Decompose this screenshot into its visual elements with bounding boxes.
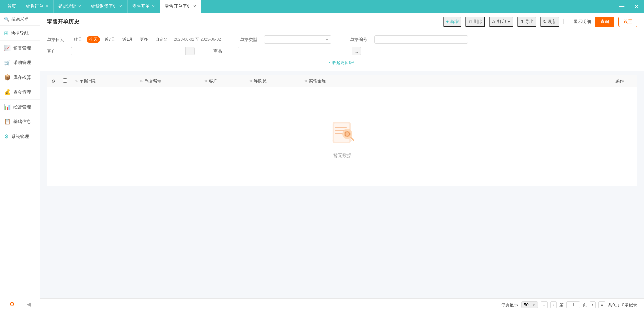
add-button[interactable]: + 新增 — [443, 17, 461, 27]
sort-icon[interactable]: ⇅ — [304, 79, 307, 83]
refresh-button[interactable]: ↻ 刷新 — [540, 17, 559, 27]
minimize-btn[interactable]: — — [619, 3, 624, 10]
window-controls: — □ ✕ — [616, 3, 641, 10]
query-button[interactable]: 查询 — [595, 17, 614, 27]
empty-illustration — [326, 114, 359, 147]
col-amount: ⇅ 实销金额 — [301, 75, 602, 87]
close-icon[interactable]: ✕ — [152, 4, 155, 9]
sidebar-item-quick-nav[interactable]: ⊞ 快捷导航 — [0, 26, 40, 41]
chevron-up-icon: ∧ — [328, 61, 331, 65]
collapse-sidebar-icon[interactable]: ◀ — [27, 301, 31, 307]
last-page-btn[interactable]: » — [598, 301, 605, 308]
collapse-bar[interactable]: ∧ 收起更多条件 — [47, 59, 637, 67]
page-suffix: 页 — [583, 302, 587, 308]
empty-text: 暂无数据 — [333, 153, 352, 159]
sidebar-item-system[interactable]: ⚙ 系统管理 — [0, 129, 40, 144]
goods-input[interactable] — [238, 47, 352, 55]
divider — [563, 19, 564, 24]
tab-return[interactable]: 销货退货 ✕ — [54, 0, 86, 13]
bill-no-input[interactable] — [374, 35, 468, 44]
sidebar-item-management[interactable]: 📊 经营管理 — [0, 100, 40, 114]
sidebar-search[interactable]: 🔍 搜索采单 — [0, 13, 40, 26]
date-yesterday[interactable]: 昨天 — [71, 36, 85, 43]
col-check[interactable] — [59, 75, 71, 87]
cart-icon: 🛒 — [4, 59, 11, 66]
customer-ellipsis-btn[interactable]: ... — [185, 47, 195, 55]
tab-retail-history[interactable]: 零售开单历史 ✕ — [160, 0, 201, 13]
date-range-display: 2023-06-02 至 2023-06-02 — [174, 37, 221, 42]
tab-sales-order[interactable]: 销售订单 ✕ — [21, 0, 54, 13]
table-area: ⚙ ⇅ 单据日期 ⇅ — [40, 71, 644, 298]
sidebar-item-finance[interactable]: 💰 资金管理 — [0, 85, 40, 100]
page-label: 第 — [559, 302, 564, 308]
goods-input-group: ... — [238, 47, 361, 55]
chart-icon: 📈 — [4, 45, 11, 51]
toolbar: + 新增 🗑 删除 🖨 打印 ▼ ⬆ 导出 ↻ 刷新 显 — [443, 17, 637, 27]
bill-type-select-wrapper — [264, 35, 331, 44]
prev-page-btn[interactable]: ‹ — [550, 301, 556, 308]
goods-ellipsis-btn[interactable]: ... — [352, 47, 361, 55]
empty-row: 暂无数据 — [47, 87, 637, 186]
gear-icon: ⚙ — [4, 133, 9, 140]
bill-type-select[interactable] — [264, 35, 331, 44]
table-header-row: ⚙ ⇅ 单据日期 ⇅ — [47, 75, 637, 87]
filter-row-2: 客户 ... 商品 ... — [47, 47, 637, 55]
customer-input[interactable] — [71, 47, 185, 55]
date-today[interactable]: 今天 — [87, 36, 100, 43]
print-button[interactable]: 🖨 打印 ▼ — [489, 17, 513, 27]
col-bill-no: ⇅ 单据编号 — [136, 75, 201, 87]
close-btn[interactable]: ✕ — [634, 3, 639, 10]
date-shortcuts: 昨天 今天 近7天 近1月 更多 自定义 2023-06-02 至 2023-0… — [71, 36, 221, 43]
show-detail-checkbox[interactable]: 显示明细 — [568, 19, 591, 25]
date-label: 单据日期 — [47, 37, 66, 43]
sidebar-item-basic-info[interactable]: 📋 基础信息 — [0, 114, 40, 129]
close-icon[interactable]: ✕ — [45, 4, 49, 9]
per-page-select[interactable]: 50 10 20 100 — [521, 301, 538, 308]
per-page-select-wrapper: 50 10 20 100 — [521, 301, 538, 308]
bill-no-label: 单据编号 — [350, 37, 369, 43]
sort-icon[interactable]: ⇅ — [75, 79, 78, 83]
next-page-btn[interactable]: › — [590, 301, 596, 308]
date-more[interactable]: 更多 — [137, 36, 151, 43]
col-settings[interactable]: ⚙ — [47, 75, 59, 87]
col-customer: ⇅ 客户 — [201, 75, 246, 87]
customer-input-group: ... — [71, 47, 195, 55]
date-7days[interactable]: 近7天 — [102, 36, 118, 43]
sidebar-item-purchase[interactable]: 🛒 采购管理 — [0, 55, 40, 70]
close-icon[interactable]: ✕ — [119, 4, 122, 9]
pagination: 每页显示 50 10 20 100 « ‹ 第 页 › » 共0页, 0条记录 — [40, 298, 644, 311]
sort-icon[interactable]: ⇅ — [249, 79, 252, 83]
sidebar-item-sales[interactable]: 📈 销售管理 — [0, 41, 40, 55]
settings-button[interactable]: 设置 — [618, 17, 637, 27]
page-header: 零售开单历史 + 新增 🗑 删除 🖨 打印 ▼ ⬆ 导出 ↻ 刷新 — [40, 13, 644, 31]
chevron-down-icon: ▼ — [507, 20, 511, 24]
tab-retail-order[interactable]: 零售开单 ✕ — [128, 0, 160, 13]
settings-icon[interactable]: ⚙ — [9, 300, 15, 308]
filter-area: 单据日期 昨天 今天 近7天 近1月 更多 自定义 2023-06-02 至 2… — [40, 31, 644, 71]
first-page-btn[interactable]: « — [541, 301, 548, 308]
sort-icon[interactable]: ⇅ — [140, 79, 143, 83]
date-custom[interactable]: 自定义 — [153, 36, 170, 43]
delete-button[interactable]: 🗑 删除 — [465, 17, 485, 27]
content-area: 零售开单历史 + 新增 🗑 删除 🖨 打印 ▼ ⬆ 导出 ↻ 刷新 — [40, 13, 644, 311]
clipboard-icon: 📋 — [4, 118, 11, 125]
tab-bar: 首页 销售订单 ✕ 销货退货 ✕ 销货退货历史 ✕ 零售开单 ✕ 零售开单历史 … — [0, 0, 644, 13]
col-date: ⇅ 单据日期 — [71, 75, 136, 87]
sidebar-item-inventory[interactable]: 📦 库存核算 — [0, 70, 40, 85]
tab-return-history[interactable]: 销货退货历史 ✕ — [86, 0, 128, 13]
date-1month[interactable]: 近1月 — [120, 36, 136, 43]
select-all-checkbox[interactable] — [63, 78, 67, 83]
sidebar-bottom: ⚙ ◀ — [0, 297, 40, 311]
export-button[interactable]: ⬆ 导出 — [517, 17, 537, 27]
show-detail-input[interactable] — [568, 20, 572, 24]
close-icon[interactable]: ✕ — [78, 4, 81, 9]
bar-chart-icon: 📊 — [4, 104, 11, 110]
settings-gear[interactable]: ⚙ — [51, 79, 55, 84]
tab-home[interactable]: 首页 — [3, 0, 21, 13]
filter-row-1: 单据日期 昨天 今天 近7天 近1月 更多 自定义 2023-06-02 至 2… — [47, 35, 637, 44]
money-icon: 💰 — [4, 89, 11, 95]
page-input[interactable] — [566, 301, 580, 308]
maximize-btn[interactable]: □ — [628, 3, 631, 10]
close-icon[interactable]: ✕ — [193, 4, 196, 9]
sort-icon[interactable]: ⇅ — [204, 79, 207, 83]
